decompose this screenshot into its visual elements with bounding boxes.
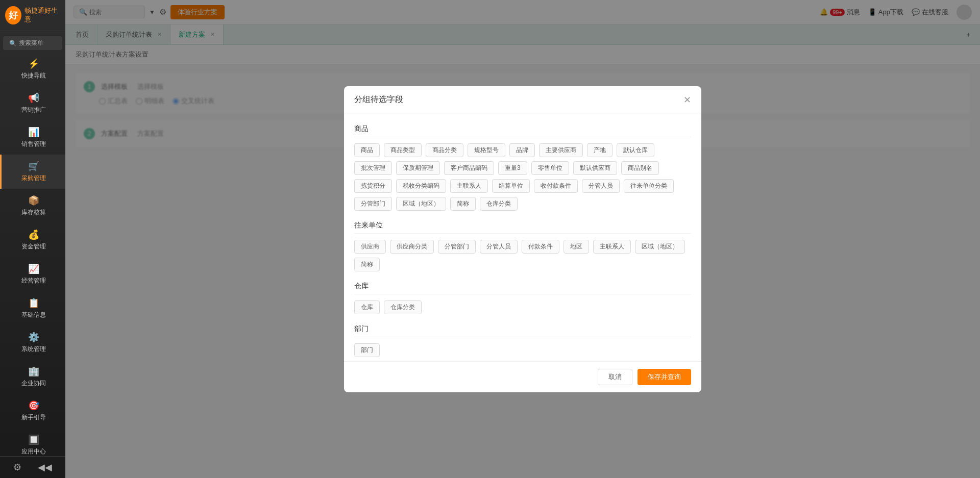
tag-supplier[interactable]: 供应商 xyxy=(354,240,386,254)
section-product: 商品 商品 商品类型 商品分类 规格型号 品牌 主要供应商 产地 默认仓库 批次… xyxy=(354,124,691,211)
tag-goods-alias[interactable]: 商品别名 xyxy=(621,161,659,175)
tag-payment-terms[interactable]: 收付款条件 xyxy=(534,179,578,193)
modal-close-btn[interactable]: ✕ xyxy=(683,94,691,106)
basic-icon: 📋 xyxy=(28,297,39,309)
tag-cp-contact[interactable]: 主联系人 xyxy=(593,240,631,254)
modal-title: 分组待选字段 xyxy=(354,94,403,105)
sidebar-item-basic[interactable]: 📋 基础信息 xyxy=(0,291,65,325)
sidebar-item-label: 新手引导 xyxy=(21,413,46,422)
save-button[interactable]: 保存并查询 xyxy=(638,369,691,385)
modal-dialog: 分组待选字段 ✕ 商品 商品 商品类型 商品分类 规格型号 品牌 主要供应商 产… xyxy=(344,86,701,392)
tag-cp-region[interactable]: 区域（地区） xyxy=(635,240,685,254)
tag-origin[interactable]: 产地 xyxy=(587,143,612,157)
purchase-icon: 🛒 xyxy=(28,161,39,172)
section-product-title: 商品 xyxy=(354,124,691,137)
inventory-icon: 📦 xyxy=(28,195,39,206)
tag-region[interactable]: 区域（地区） xyxy=(396,197,446,211)
sidebar-item-label: 经营管理 xyxy=(21,276,46,285)
tag-short-name[interactable]: 简称 xyxy=(450,197,476,211)
modal-body[interactable]: 商品 商品 商品类型 商品分类 规格型号 品牌 主要供应商 产地 默认仓库 批次… xyxy=(344,114,701,361)
tag-batch-mgmt[interactable]: 批次管理 xyxy=(354,161,392,175)
tag-wh-category[interactable]: 仓库分类 xyxy=(384,300,422,314)
modal-header: 分组待选字段 ✕ xyxy=(344,86,701,114)
tag-supplier-category[interactable]: 供应商分类 xyxy=(390,240,434,254)
sidebar-item-finance[interactable]: 💰 资金管理 xyxy=(0,223,65,257)
sidebar-item-label: 库存核算 xyxy=(21,208,46,217)
system-icon: ⚙️ xyxy=(28,332,39,343)
tag-quality-mgmt[interactable]: 保质期管理 xyxy=(396,161,440,175)
tag-retail-unit[interactable]: 零售单位 xyxy=(531,161,569,175)
section-department: 部门 部门 xyxy=(354,324,691,357)
sidebar-item-label: 营销推广 xyxy=(21,106,46,114)
tag-default-warehouse[interactable]: 默认仓库 xyxy=(617,143,654,157)
sidebar-item-label: 基础信息 xyxy=(21,311,46,319)
search-icon: 🔍 xyxy=(9,40,17,47)
tag-area[interactable]: 地区 xyxy=(564,240,589,254)
sidebar-item-label: 企业协同 xyxy=(21,379,46,388)
tag-main-supplier[interactable]: 主要供应商 xyxy=(539,143,583,157)
marketing-icon: 📢 xyxy=(28,92,39,104)
sidebar-item-purchase[interactable]: 🛒 采购管理 xyxy=(0,155,65,189)
section-counterparty: 往来单位 供应商 供应商分类 分管部门 分管人员 付款条件 地区 主联系人 区域… xyxy=(354,221,691,271)
tag-weight3[interactable]: 重量3 xyxy=(498,161,527,175)
tag-main-contact[interactable]: 主联系人 xyxy=(450,179,488,193)
section-counterparty-tags: 供应商 供应商分类 分管部门 分管人员 付款条件 地区 主联系人 区域（地区） … xyxy=(354,240,691,271)
sidebar-item-label: 快捷导航 xyxy=(21,71,46,80)
sidebar-item-label: 采购管理 xyxy=(21,174,46,183)
sidebar: 好 畅捷通好生意 🔍 搜索菜单 ⚡ 快捷导航 📢 营销推广 📊 销售管理 🛒 采… xyxy=(0,0,65,478)
sidebar-item-inventory[interactable]: 📦 库存核算 xyxy=(0,189,65,223)
tag-brand[interactable]: 品牌 xyxy=(509,143,535,157)
sales-icon: 📊 xyxy=(28,127,39,138)
section-department-tags: 部门 xyxy=(354,343,691,357)
operations-icon: 📈 xyxy=(28,263,39,274)
modal-footer: 取消 保存并查询 xyxy=(344,361,701,392)
sidebar-search[interactable]: 🔍 搜索菜单 xyxy=(3,36,62,50)
tag-dept[interactable]: 部门 xyxy=(354,343,380,357)
tag-packing-points[interactable]: 拣货积分 xyxy=(354,179,392,193)
cancel-button[interactable]: 取消 xyxy=(598,369,632,385)
section-counterparty-title: 往来单位 xyxy=(354,221,691,234)
sidebar-item-guide[interactable]: 🎯 新手引导 xyxy=(0,394,65,428)
tag-goods-category[interactable]: 商品分类 xyxy=(426,143,463,157)
settings-bottom-icon[interactable]: ⚙ xyxy=(13,462,21,473)
tag-prev-unit-category[interactable]: 往来单位分类 xyxy=(624,179,674,193)
tag-warehouse-category[interactable]: 仓库分类 xyxy=(480,197,518,211)
sidebar-item-sales[interactable]: 📊 销售管理 xyxy=(0,120,65,155)
finance-icon: 💰 xyxy=(28,229,39,240)
sidebar-item-system[interactable]: ⚙️ 系统管理 xyxy=(0,325,65,360)
tag-cp-short[interactable]: 简称 xyxy=(354,258,380,271)
section-warehouse-title: 仓库 xyxy=(354,282,691,294)
tag-pay-terms[interactable]: 付款条件 xyxy=(522,240,559,254)
tag-tax-code[interactable]: 税收分类编码 xyxy=(396,179,446,193)
sidebar-bottom: ⚙ ◀◀ xyxy=(0,456,65,478)
sidebar-logo: 好 畅捷通好生意 xyxy=(0,0,65,31)
tag-customer-code[interactable]: 客户商品编码 xyxy=(444,161,494,175)
logo-text: 畅捷通好生意 xyxy=(24,7,60,24)
sidebar-item-apps[interactable]: 🔲 应用中心 xyxy=(0,428,65,456)
tag-wh[interactable]: 仓库 xyxy=(354,300,380,314)
logo-icon: 好 xyxy=(5,6,21,24)
sidebar-item-enterprise[interactable]: 🏢 企业协同 xyxy=(0,360,65,394)
guide-icon: 🎯 xyxy=(28,400,39,411)
quick-nav-icon: ⚡ xyxy=(28,58,39,69)
tag-cp-dept[interactable]: 分管部门 xyxy=(438,240,476,254)
modal-overlay: 分组待选字段 ✕ 商品 商品 商品类型 商品分类 规格型号 品牌 主要供应商 产… xyxy=(65,0,980,478)
sidebar-item-label: 应用中心 xyxy=(21,447,46,456)
sidebar-item-label: 资金管理 xyxy=(21,242,46,251)
sidebar-item-quick-nav[interactable]: ⚡ 快捷导航 xyxy=(0,52,65,86)
section-warehouse: 仓库 仓库 仓库分类 xyxy=(354,282,691,314)
tag-goods-type[interactable]: 商品类型 xyxy=(384,143,422,157)
tag-cp-manager[interactable]: 分管人员 xyxy=(480,240,518,254)
tag-settlement-unit[interactable]: 结算单位 xyxy=(492,179,530,193)
tag-spec-type[interactable]: 规格型号 xyxy=(468,143,505,157)
tag-manager[interactable]: 分管人员 xyxy=(582,179,620,193)
tag-default-supplier[interactable]: 默认供应商 xyxy=(573,161,617,175)
sidebar-item-operations[interactable]: 📈 经营管理 xyxy=(0,257,65,291)
tag-dept-manage[interactable]: 分管部门 xyxy=(354,197,392,211)
tag-goods[interactable]: 商品 xyxy=(354,143,380,157)
sidebar-item-label: 销售管理 xyxy=(21,140,46,148)
section-product-tags: 商品 商品类型 商品分类 规格型号 品牌 主要供应商 产地 默认仓库 批次管理 … xyxy=(354,143,691,211)
apps-icon: 🔲 xyxy=(28,434,39,445)
sidebar-item-marketing[interactable]: 📢 营销推广 xyxy=(0,86,65,120)
volume-bottom-icon[interactable]: ◀◀ xyxy=(38,462,52,473)
